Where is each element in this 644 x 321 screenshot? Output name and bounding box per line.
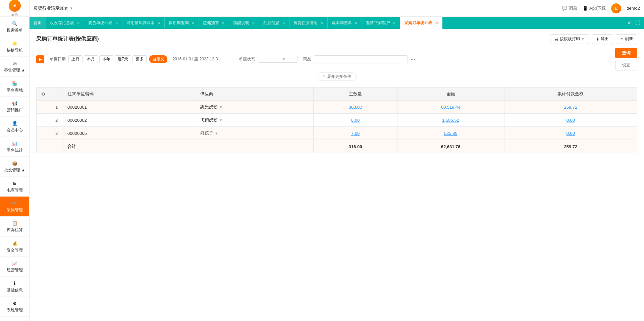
- header-row: ⚙ 往来单位编码 供应商 主数量 金额 累计付款金额: [37, 88, 637, 101]
- row-main-qty-1[interactable]: 6.00: [314, 114, 397, 127]
- tab-invite-downstream[interactable]: 邀请下游客户✕: [362, 17, 400, 29]
- more-options-btn[interactable]: ···: [411, 57, 415, 62]
- org-dropdown-icon: ▼: [70, 6, 73, 10]
- chevron-right-icon: ▶: [39, 57, 42, 62]
- supplier-arrow-1[interactable]: ▼: [219, 118, 222, 122]
- username-label[interactable]: demo2: [627, 6, 640, 11]
- app-download-btn[interactable]: 📱 App下载: [583, 5, 606, 11]
- sidebar-item-inventory[interactable]: 📋 库存核算: [0, 217, 29, 237]
- sidebar-item-basic[interactable]: ℹ 基础信息: [0, 277, 29, 297]
- sidebar-item-retail-stats[interactable]: 📊 零售统计: [0, 137, 29, 157]
- date-btn-更多[interactable]: 更多: [132, 55, 147, 63]
- mall-icon: 🏪: [11, 80, 18, 87]
- date-quick-btns: 上月本月本年近7天更多: [68, 55, 147, 63]
- org-selector[interactable]: 母婴行业演示账套 ▼: [34, 5, 73, 11]
- sidebar-item-collab[interactable]: 🤝 企业协同: [0, 317, 29, 321]
- table-header: ⚙ 往来单位编码 供应商 主数量 金额 累计付款金额: [37, 88, 637, 101]
- print-button[interactable]: 🖨 按模板打印 ▼: [550, 34, 589, 44]
- inventory-icon: 📋: [11, 220, 18, 227]
- tab-pick-task[interactable]: 拣货任务管理✕: [289, 17, 328, 29]
- sidebar-item-ecommerce[interactable]: 🖥 电商管理: [0, 177, 29, 197]
- tab-close-warranty[interactable]: ✕: [192, 21, 195, 25]
- row-supplier-0: 惠氏奶粉 ▼: [196, 101, 314, 114]
- row-amount-1[interactable]: 1,586.52: [397, 114, 504, 127]
- tab-overstock[interactable]: 超储预警✕: [199, 17, 229, 29]
- tab-available-stock[interactable]: 可用量库存账本✕: [122, 17, 165, 29]
- message-label: 消息: [569, 5, 577, 11]
- date-btn-上月[interactable]: 上月: [68, 55, 83, 63]
- tab-close-order-stats[interactable]: ✕: [115, 21, 118, 25]
- sidebar-item-marketing[interactable]: 📢 营销推广: [0, 97, 29, 117]
- tab-close-invite-downstream[interactable]: ✕: [393, 21, 396, 25]
- row-paid-amount-1[interactable]: 0.00: [504, 114, 637, 127]
- goods-filter-group: 商品 ···: [303, 55, 415, 63]
- footer-row: 合计 316.00 62,631.76 259.72: [37, 140, 637, 153]
- sidebar-item-purchase[interactable]: 🛒 采购管理: [0, 197, 29, 217]
- tab-close-function-desc[interactable]: ✕: [252, 21, 255, 25]
- row-num-2: 3: [50, 127, 63, 140]
- sidebar-item-retail[interactable]: 🛍 零售管理 ▲: [0, 57, 29, 77]
- query-button[interactable]: 查询: [615, 48, 637, 58]
- sidebar-label-finance: 资金管理: [7, 248, 23, 253]
- tab-warranty[interactable]: 保质期查询✕: [165, 17, 199, 29]
- row-main-qty-2[interactable]: 7.00: [314, 127, 397, 140]
- tab-label-receive: 收发存汇总表: [50, 20, 74, 26]
- tab-label-overstock: 超储预警: [203, 20, 219, 26]
- tab-close-cost-adjust[interactable]: ✕: [355, 21, 358, 25]
- sidebar-item-retail-mall[interactable]: 🏪 零售商城: [0, 77, 29, 97]
- row-paid-amount-0[interactable]: 259.72: [504, 101, 637, 114]
- sidebar-item-ops[interactable]: 📈 经营管理: [0, 257, 29, 277]
- sidebar-item-shortcut[interactable]: ⭐ 快捷导航: [0, 37, 29, 57]
- custom-date-btn[interactable]: 自定义: [149, 55, 167, 63]
- expand-icon: ⊕: [322, 74, 326, 79]
- avatar[interactable]: E: [611, 3, 621, 13]
- expand-more-btn[interactable]: ⊕ 展开更多条件: [317, 72, 357, 81]
- tab-cost-adjust[interactable]: 成本调整单✕: [328, 17, 362, 29]
- sidebar-label-shortcut: 快捷导航: [7, 48, 23, 53]
- refresh-button[interactable]: ↻ 刷新: [616, 34, 637, 44]
- sidebar-item-finance[interactable]: 💰 资金管理: [0, 237, 29, 257]
- message-btn[interactable]: 💬 消息: [562, 5, 577, 11]
- tab-home[interactable]: 首页: [30, 17, 46, 29]
- status-select[interactable]: ▼: [258, 56, 298, 63]
- tab-close-pick-task[interactable]: ✕: [320, 21, 323, 25]
- tab-close-receive[interactable]: ✕: [77, 21, 80, 25]
- row-amount-2[interactable]: 525.80: [397, 127, 504, 140]
- sidebar-item-member[interactable]: 👤 会员中心: [0, 117, 29, 137]
- row-paid-amount-2[interactable]: 0.00: [504, 127, 637, 140]
- tab-function-desc[interactable]: 功能说明✕: [229, 17, 259, 29]
- tab-label-cost-adjust: 成本调整单: [332, 20, 352, 26]
- sidebar-label-member: 会员中心: [7, 128, 23, 133]
- date-btn-本月[interactable]: 本月: [84, 55, 98, 63]
- sidebar-item-wholesale[interactable]: 📦 批发管理 ▲: [0, 157, 29, 177]
- export-button[interactable]: ⬇ 导出: [592, 34, 613, 44]
- gear-icon[interactable]: ⚙: [41, 92, 45, 97]
- tab-order-stats[interactable]: 要货单统计表✕: [84, 17, 122, 29]
- supplier-arrow-0[interactable]: ▼: [219, 105, 222, 109]
- topbar-right: 💬 消息 📱 App下载 E demo2: [562, 3, 640, 13]
- filter-toggle-btn[interactable]: ▶: [36, 55, 44, 63]
- row-amount-0[interactable]: 60,519.44: [397, 101, 504, 114]
- page-actions: 🖨 按模板打印 ▼ ⬇ 导出 ↻ 刷新: [550, 34, 637, 44]
- sidebar-label-marketing: 营销推广: [7, 108, 23, 113]
- ops-icon: 📈: [11, 260, 18, 267]
- date-filter-group: 单据日期 上月本月本年近7天更多 自定义: [50, 55, 167, 63]
- sidebar-item-system[interactable]: ⚙ 系统管理: [0, 297, 29, 317]
- tab-receive[interactable]: 收发存汇总表✕: [46, 17, 84, 29]
- supplier-arrow-2[interactable]: ▼: [215, 131, 218, 135]
- row-main-qty-0[interactable]: 303.00: [314, 101, 397, 114]
- goods-input[interactable]: [314, 55, 408, 63]
- finance-icon: 💰: [11, 240, 18, 247]
- sidebar-item-search[interactable]: 🔍 搜索英单: [0, 17, 29, 37]
- tab-close-all-btn[interactable]: ✕: [626, 19, 633, 27]
- tab-close-purchase-stats[interactable]: ✕: [435, 21, 438, 25]
- tab-purchase-stats[interactable]: 采购订单统计表✕: [400, 17, 442, 29]
- tab-close-available-stock[interactable]: ✕: [157, 21, 160, 25]
- settings-button[interactable]: 设置: [615, 60, 637, 70]
- date-btn-本年[interactable]: 本年: [99, 55, 113, 63]
- date-btn-近7天[interactable]: 近7天: [115, 55, 131, 63]
- tab-close-config-info[interactable]: ✕: [282, 21, 285, 25]
- tab-config-info[interactable]: 配置信息✕: [259, 17, 289, 29]
- tab-close-overstock[interactable]: ✕: [222, 21, 225, 25]
- tab-maximize-btn[interactable]: ⛶: [634, 19, 641, 27]
